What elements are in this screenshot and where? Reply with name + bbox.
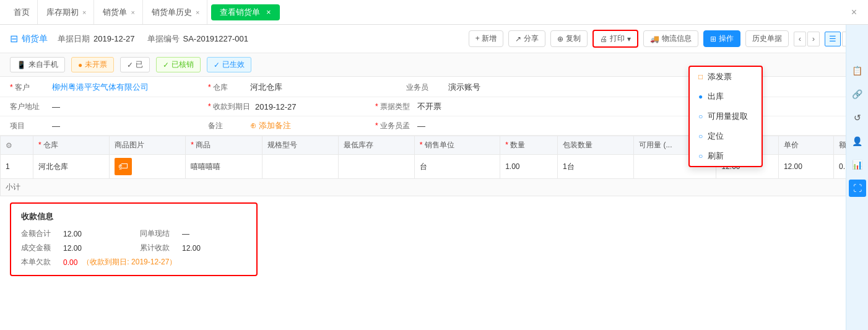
- cumulative-value: 12.00: [182, 244, 201, 253]
- tab-history-close[interactable]: ×: [196, 9, 199, 16]
- row-product-img: 🏷: [110, 155, 186, 179]
- total-label: 金额合计: [21, 228, 58, 239]
- dropdown-add-invoice[interactable]: □ 添发票: [690, 67, 762, 87]
- staff-field: 业务员 演示账号: [406, 82, 592, 93]
- new-button[interactable]: + 新增: [469, 30, 503, 47]
- row-qty: 1.00: [500, 155, 558, 179]
- from-phone-button[interactable]: 📱 来自手机: [10, 57, 65, 72]
- doc-number-label: 单据编号: [147, 33, 180, 45]
- locate-icon: ○: [698, 132, 703, 141]
- customer-field: 客户 柳州粤港平安气体有限公司: [10, 82, 196, 93]
- row-unit: 台: [414, 155, 500, 179]
- doc-meta: 单据日期 2019-12-27 单据编号 SA-20191227-001: [58, 33, 459, 45]
- tab-view-sales[interactable]: 查看销货单 ×: [211, 4, 279, 20]
- col-warehouse: * 仓库: [33, 136, 110, 155]
- gear-icon[interactable]: ⚙: [6, 141, 12, 150]
- col-qty: * 数量: [500, 136, 558, 155]
- col-unit: * 销售单位: [414, 136, 500, 155]
- logistics-button[interactable]: 🚚 物流信息: [643, 30, 698, 47]
- total-value: 12.00: [63, 230, 82, 238]
- col-min-stock: 最低库存: [338, 136, 414, 155]
- sidebar-user-icon[interactable]: 👤: [849, 132, 866, 150]
- settlement-value: —: [182, 230, 189, 238]
- staff2-label: 业务员孟: [375, 121, 412, 131]
- transaction-value: 12.00: [63, 244, 82, 253]
- main-content: ⊟ 销货单 单据日期 2019-12-27 单据编号 SA-20191227-0…: [0, 25, 868, 330]
- dropdown-menu: □ 添发票 ● 出库 ○ 可用量提取 ○ 定位 ○ 刷新: [688, 66, 763, 167]
- doc-title-text: 销货单: [22, 33, 48, 45]
- prev-button[interactable]: ‹: [794, 32, 806, 46]
- refresh-icon: ○: [698, 152, 703, 160]
- note-label: 备注: [208, 121, 245, 131]
- tab-history[interactable]: 销货单历史 ×: [144, 0, 207, 24]
- right-sidebar: 📋 🔗 ↺ 👤 📊 ⛶: [846, 25, 868, 330]
- staff2-value: —: [417, 121, 425, 131]
- due-value: 0.00: [63, 258, 77, 267]
- ticket-value: 不开票: [417, 101, 441, 112]
- total-amount-row: 金额合计 12.00: [21, 228, 128, 239]
- verified-badge: ✓ 已核销: [156, 57, 201, 72]
- logistics-icon: 🚚: [650, 35, 659, 43]
- copy-button[interactable]: ⊕ 复制: [550, 30, 588, 47]
- dropdown-refresh[interactable]: ○ 刷新: [690, 146, 762, 166]
- doc-number-value: SA-20191227-001: [183, 34, 249, 43]
- doc-number: 单据编号 SA-20191227-001: [147, 33, 249, 45]
- add-note-button[interactable]: ⊕ 添加备注: [250, 120, 291, 131]
- due-note: （收款到期日: 2019-12-27）: [82, 257, 176, 267]
- staff-label: 业务员: [406, 82, 443, 93]
- tab-inventory-close[interactable]: ×: [82, 9, 86, 16]
- sidebar-refresh-icon[interactable]: ↺: [849, 109, 866, 126]
- tab-home[interactable]: 首页: [6, 0, 38, 24]
- sidebar-fullscreen-icon[interactable]: ⛶: [849, 180, 866, 197]
- due-label: 本单欠款: [21, 257, 58, 267]
- effective-badge: ✓ 已生效: [207, 57, 251, 72]
- customer-value[interactable]: 柳州粤港平安气体有限公司: [52, 82, 149, 93]
- tab-view-sales-close[interactable]: ×: [266, 7, 271, 17]
- sidebar-chart-icon[interactable]: 📊: [849, 156, 866, 173]
- doc-header: ⊟ 销货单 单据日期 2019-12-27 单据编号 SA-20191227-0…: [0, 25, 868, 53]
- row-pack-qty: 1台: [558, 155, 634, 179]
- col-price: 单价: [778, 136, 833, 155]
- dropdown-available[interactable]: ○ 可用量提取: [690, 106, 762, 126]
- share-button[interactable]: ↗ 分享: [508, 30, 545, 47]
- warehouse-value: 河北仓库: [250, 82, 282, 93]
- staff-value: 演示账号: [448, 82, 480, 93]
- row-min-stock: [338, 155, 414, 179]
- list-view-button[interactable]: ☰: [825, 32, 841, 46]
- operate-button[interactable]: ⊞ 操作: [703, 30, 740, 47]
- tab-inventory[interactable]: 库存期初 ×: [39, 0, 94, 24]
- row-warehouse: 河北仓库: [33, 155, 110, 179]
- project-value: —: [52, 121, 60, 131]
- payment-date-label: 收款到期日: [208, 102, 250, 112]
- window-close-button[interactable]: ×: [846, 7, 862, 18]
- sidebar-link-icon[interactable]: 🔗: [849, 85, 866, 103]
- doc-date-label: 单据日期: [58, 33, 90, 45]
- dropdown-locate[interactable]: ○ 定位: [690, 126, 762, 146]
- sidebar-doc-icon[interactable]: 📋: [849, 62, 866, 79]
- warehouse-label: 仓库: [208, 82, 245, 93]
- col-pack-qty: 包装数量: [558, 136, 634, 155]
- due-row: 本单欠款 0.00 （收款到期日: 2019-12-27）: [21, 257, 246, 267]
- payment-date-field: 收款到期日 2019-12-27: [208, 101, 363, 112]
- dropdown-outbound[interactable]: ● 出库: [690, 87, 762, 106]
- verified-icon: ✓: [163, 61, 169, 69]
- settlement-row: 同单现结 —: [140, 228, 246, 239]
- print-button[interactable]: 🖨 打印 ▾: [592, 30, 638, 48]
- doc-date: 单据日期 2019-12-27: [58, 33, 135, 45]
- doc-date-value: 2019-12-27: [93, 34, 135, 43]
- project-field: 项目 —: [10, 120, 196, 131]
- row-no: 1: [1, 155, 33, 179]
- payment-grid: 金额合计 12.00 同单现结 — 成交金额 12.00 累计收款 12.00: [21, 228, 246, 267]
- print-dropdown-icon: ▾: [627, 35, 631, 43]
- history-button[interactable]: 历史单据: [745, 30, 789, 47]
- tab-sales[interactable]: 销货单 ×: [95, 0, 142, 24]
- next-button[interactable]: ›: [807, 32, 820, 46]
- subtotal-row: 小计: [1, 179, 868, 196]
- not-open-badge: ● 未开票: [71, 57, 114, 72]
- ticket-field: 票据类型 不开票: [375, 101, 561, 112]
- tab-sales-close[interactable]: ×: [131, 9, 134, 16]
- cumulative-label: 累计收款: [140, 243, 177, 253]
- settlement-label: 同单现结: [140, 228, 177, 239]
- check-button[interactable]: ✓ 已: [120, 57, 150, 72]
- address-field: 客户地址 —: [10, 101, 196, 112]
